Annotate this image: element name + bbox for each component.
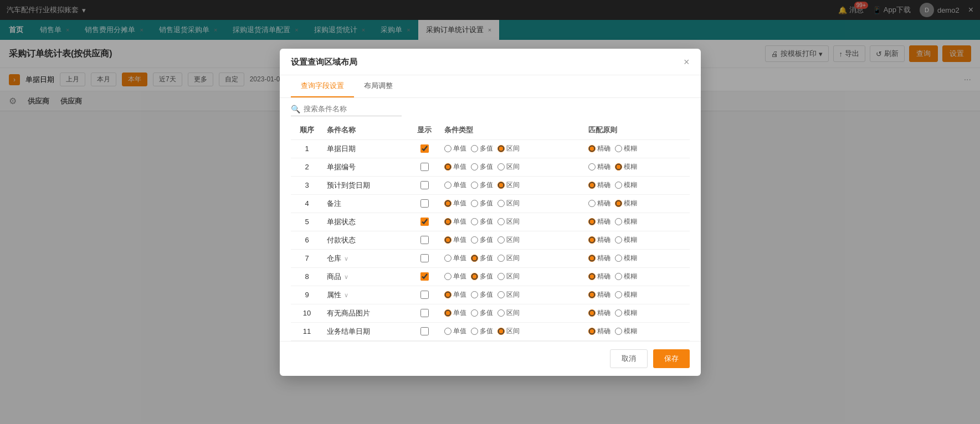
modal-header: 设置查询区域布局 × <box>280 49 701 75</box>
tab-query-fields[interactable]: 查询字段设置 <box>291 75 354 97</box>
search-wrap: 🔍 <box>291 105 402 112</box>
modal-close-button[interactable]: × <box>684 56 690 68</box>
search-icon: 🔍 <box>291 105 300 112</box>
modal-title: 设置查询区域布局 <box>291 57 357 68</box>
settings-modal: 设置查询区域布局 × 查询字段设置 布局调整 🔍 顺序 <box>280 49 701 112</box>
modal-search-area: 🔍 <box>280 98 701 112</box>
tab-layout-adjust-label: 布局调整 <box>364 81 393 90</box>
tab-query-fields-label: 查询字段设置 <box>301 81 344 90</box>
modal-overlay: 设置查询区域布局 × 查询字段设置 布局调整 🔍 顺序 <box>0 0 980 111</box>
tab-layout-adjust[interactable]: 布局调整 <box>354 75 403 97</box>
condition-search-input[interactable] <box>304 105 392 111</box>
modal-tabs: 查询字段设置 布局调整 <box>280 75 701 98</box>
